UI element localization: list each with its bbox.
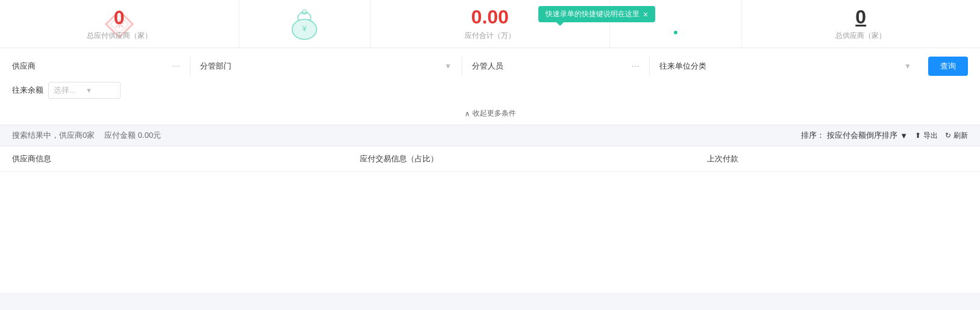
tooltip-close-button[interactable]: × bbox=[643, 10, 648, 19]
category-arrow[interactable]: ▼ bbox=[904, 62, 911, 70]
department-field: 分管部门 ▼ bbox=[190, 57, 462, 76]
sort-option: 按应付会额倒序排序 bbox=[827, 130, 897, 141]
payable-total-value: 0.00 bbox=[465, 7, 515, 28]
result-bar: 搜索结果中，供应商0家 应付金额 0.00元 排序： 按应付会额倒序排序 ▼ ⬆… bbox=[0, 125, 980, 146]
category-input[interactable] bbox=[711, 62, 902, 71]
search-row-2: 往来余额 选择... ▼ bbox=[12, 82, 968, 99]
category-field: 往来单位分类 ▼ bbox=[650, 57, 921, 76]
collapse-button[interactable]: ∧ 收起更多条件 bbox=[465, 108, 516, 119]
table-col-supplier: 供应商信息 bbox=[12, 153, 360, 164]
collapse-up-icon: ∧ bbox=[465, 110, 470, 118]
stat-tooltip-block: 快速录单的快捷键说明在这里 × bbox=[610, 0, 742, 48]
tooltip-dot bbox=[673, 29, 679, 36]
shortcut-tooltip: 快速录单的快捷键说明在这里 × bbox=[538, 6, 655, 22]
collapse-bar: ∧ 收起更多条件 bbox=[12, 105, 968, 125]
department-input[interactable] bbox=[236, 62, 442, 71]
svg-text:¥: ¥ bbox=[302, 24, 307, 33]
top-stats-bar: 米 0 总应付供应商（家） ¥ 0.00 应付合计（万） 快速录单的快捷键说明在… bbox=[0, 0, 980, 48]
supplier-dots[interactable]: ··· bbox=[172, 61, 180, 72]
result-bar-right: 排序： 按应付会额倒序排序 ▼ ⬆ 导出 ↻ 刷新 bbox=[801, 130, 968, 141]
refresh-icon: ↻ bbox=[945, 131, 951, 140]
refresh-button[interactable]: ↻ 刷新 bbox=[945, 131, 968, 141]
supplier-count-text: 搜索结果中，供应商0家 bbox=[12, 130, 95, 141]
stat-icon-block: ¥ bbox=[239, 0, 371, 48]
payable-suppliers-label: 总应付供应商（家） bbox=[87, 31, 152, 41]
person-input[interactable] bbox=[508, 62, 629, 71]
payable-suppliers-value: 0 bbox=[87, 7, 152, 28]
balance-label: 往来余额 bbox=[12, 85, 43, 96]
sort-select[interactable]: 排序： 按应付会额倒序排序 ▼ bbox=[801, 130, 908, 141]
export-button[interactable]: ⬆ 导出 bbox=[915, 131, 938, 141]
export-icon: ⬆ bbox=[915, 131, 921, 140]
search-area: 供应商 ··· 分管部门 ▼ 分管人员 ··· 往来单位分类 ▼ 查询 往来余额… bbox=[0, 48, 980, 125]
balance-arrow-icon: ▼ bbox=[86, 87, 115, 94]
table-col-lastpay: 上次付款 bbox=[707, 153, 968, 164]
category-label: 往来单位分类 bbox=[659, 61, 706, 72]
supplier-field: 供应商 ··· bbox=[12, 57, 190, 76]
total-suppliers-value: 0 bbox=[835, 7, 886, 28]
money-bag-icon: ¥ bbox=[285, 6, 324, 42]
export-label: 导出 bbox=[923, 131, 938, 141]
collapse-label: 收起更多条件 bbox=[473, 108, 516, 119]
supplier-input[interactable] bbox=[40, 62, 169, 71]
result-bar-left: 搜索结果中，供应商0家 应付金额 0.00元 bbox=[12, 130, 161, 141]
amount-text: 应付金额 0.00元 bbox=[104, 130, 161, 141]
refresh-label: 刷新 bbox=[953, 131, 968, 141]
stat-total-suppliers: 0 总供应商（家） bbox=[742, 0, 981, 48]
payable-total-label: 应付合计（万） bbox=[465, 31, 515, 41]
supplier-label: 供应商 bbox=[12, 61, 36, 72]
department-label: 分管部门 bbox=[200, 61, 231, 72]
balance-placeholder: 选择... bbox=[54, 85, 83, 96]
sort-arrow-icon: ▼ bbox=[900, 131, 908, 140]
total-suppliers-label: 总供应商（家） bbox=[835, 31, 886, 41]
search-row-1: 供应商 ··· 分管部门 ▼ 分管人员 ··· 往来单位分类 ▼ 查询 bbox=[12, 57, 968, 76]
balance-select[interactable]: 选择... ▼ bbox=[48, 82, 121, 99]
table-header: 供应商信息 应付交易信息（占比） 上次付款 bbox=[0, 146, 980, 172]
tooltip-text: 快速录单的快捷键说明在这里 bbox=[545, 9, 639, 19]
query-button[interactable]: 查询 bbox=[928, 57, 968, 76]
person-label: 分管人员 bbox=[472, 61, 503, 72]
department-arrow[interactable]: ▼ bbox=[445, 62, 452, 70]
person-field: 分管人员 ··· bbox=[462, 57, 650, 76]
person-dots[interactable]: ··· bbox=[632, 61, 639, 72]
table-col-payable: 应付交易信息（占比） bbox=[360, 153, 708, 164]
sort-label: 排序： bbox=[801, 130, 825, 141]
stat-payable-suppliers: 米 0 总应付供应商（家） bbox=[0, 0, 239, 48]
table-body bbox=[0, 172, 980, 293]
